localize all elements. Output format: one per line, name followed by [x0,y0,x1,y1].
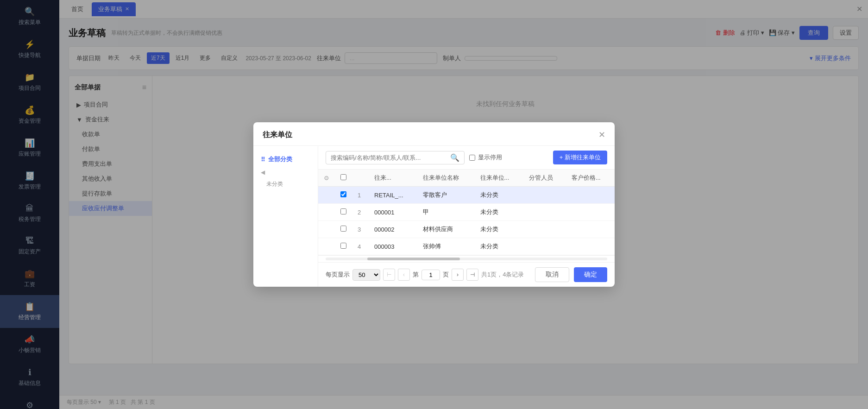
table-row[interactable]: 4 000003 张帅傅 未分类 [318,238,615,255]
col-name-header[interactable]: 往来单位名称 [417,170,475,187]
row-code: 000003 [369,238,417,255]
show-disabled-label: 显示停用 [478,153,502,162]
scrollbar-area [318,255,615,262]
row-code: 000001 [369,204,417,221]
row-name: 张帅傅 [417,238,475,255]
row-price [566,187,615,204]
row-price [566,204,615,221]
table-row[interactable]: 3 000002 材料供应商 未分类 [318,221,615,238]
modal-title: 往来单位 [263,130,292,140]
row-num: 1 [352,187,369,204]
modal-nav-collapse[interactable]: ◀ [253,167,318,177]
col-check-header[interactable] [335,170,352,187]
page-size-label: 每页显示 [326,271,350,279]
col-num-header [352,170,369,187]
row-check[interactable] [335,238,352,255]
search-icon: 🔍 [450,153,459,162]
col-category-header[interactable]: 往来单位... [475,170,523,187]
row-name: 甲 [417,204,475,221]
col-manager-header[interactable]: 分管人员 [523,170,566,187]
show-disabled-checkbox[interactable] [469,155,475,161]
row-manager [523,204,566,221]
row-name: 零散客户 [417,187,475,204]
row-category: 未分类 [475,187,523,204]
row-code: 000002 [369,221,417,238]
modal-close-button[interactable]: ✕ [598,130,605,140]
modal-nav-unclassified[interactable]: 未分类 [253,177,318,191]
page-input[interactable] [421,270,440,280]
row-price [566,238,615,255]
collapse-icon: ◀ [261,169,265,176]
modal-header: 往来单位 ✕ [253,122,615,146]
table-row[interactable]: 1 RETAIL_... 零散客户 未分类 [318,187,615,204]
cancel-button[interactable]: 取消 [535,267,569,282]
row-num: 3 [352,221,369,238]
page-label: 第 [413,271,419,279]
row-manager [523,187,566,204]
modal-actions: 取消 确定 [535,267,607,282]
select-all-checkbox[interactable] [340,174,346,180]
partner-modal: 往来单位 ✕ ⠿ 全部分类 ◀ 未分类 [253,122,615,287]
row-num: 4 [352,238,369,255]
page-text: 页 [443,271,449,279]
row-check[interactable] [335,221,352,238]
page-total: 共1页，4条记录 [481,271,524,279]
page-size-select[interactable]: 50 20 100 [352,269,380,281]
partner-table: ⚙ 往来... 往来单位名称 往来单位... [318,170,615,255]
row-num: 2 [352,204,369,221]
row-category: 未分类 [475,204,523,221]
next-page-button[interactable]: › [452,269,464,281]
row-check[interactable] [335,187,352,204]
row-manager [523,238,566,255]
row-settings [318,238,335,255]
prev-page-button[interactable]: ‹ [398,269,410,281]
modal-table: ⚙ 往来... 往来单位名称 往来单位... [318,170,615,255]
row-code: RETAIL_... [369,187,417,204]
row-settings [318,187,335,204]
last-page-button[interactable]: ⊣ [466,269,478,281]
scrollbar-track [326,258,607,260]
row-settings [318,204,335,221]
table-row[interactable]: 2 000001 甲 未分类 [318,204,615,221]
modal-nav-all[interactable]: ⠿ 全部分类 [253,151,318,167]
search-box[interactable]: 🔍 [326,151,465,164]
row-check[interactable] [335,204,352,221]
modal-right: 🔍 显示停用 + 新增往来单位 ⚙ [318,146,615,287]
row-name: 材料供应商 [417,221,475,238]
row-category: 未分类 [475,238,523,255]
col-code-header[interactable]: 往来... [369,170,417,187]
modal-overlay[interactable]: 往来单位 ✕ ⠿ 全部分类 ◀ 未分类 [0,0,868,409]
col-price-header[interactable]: 客户价格... [566,170,615,187]
scrollbar-thumb[interactable] [367,258,460,260]
modal-footer: 每页显示 50 20 100 ⊢ ‹ 第 页 › ⊣ 共1页，4条记录 [318,262,615,287]
table-body: 1 RETAIL_... 零散客户 未分类 2 [318,187,615,255]
modal-toolbar: 🔍 显示停用 + 新增往来单位 [318,146,615,170]
row-settings [318,221,335,238]
modal-body: ⠿ 全部分类 ◀ 未分类 🔍 [253,146,615,287]
row-price [566,221,615,238]
modal-left-nav: ⠿ 全部分类 ◀ 未分类 [253,146,318,287]
row-manager [523,221,566,238]
show-disabled-check[interactable]: 显示停用 [469,153,502,162]
first-page-button[interactable]: ⊢ [383,269,395,281]
grid-icon: ⠿ [261,156,265,163]
search-input[interactable] [331,154,447,161]
confirm-button[interactable]: 确定 [574,267,607,282]
add-partner-button[interactable]: + 新增往来单位 [553,151,607,164]
pagination: 每页显示 50 20 100 ⊢ ‹ 第 页 › ⊣ 共1页，4条记录 [326,269,524,281]
table-header: ⚙ 往来... 往来单位名称 往来单位... [318,170,615,187]
row-category: 未分类 [475,221,523,238]
col-settings-header[interactable]: ⚙ [318,170,335,187]
